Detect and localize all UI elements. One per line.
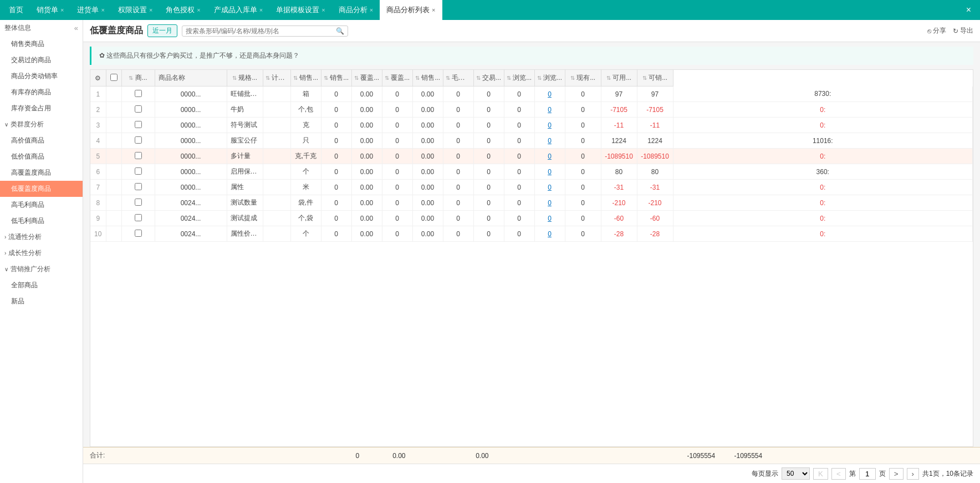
- close-icon[interactable]: ×: [101, 7, 104, 13]
- sidebar-item-low-profit[interactable]: 低毛利商品: [0, 213, 83, 229]
- time-filter-button[interactable]: 近一月: [147, 24, 177, 37]
- trade-column-header[interactable]: ⇅ 交易...: [473, 70, 504, 87]
- sku-column-header[interactable]: ⇅ 商...: [121, 70, 155, 87]
- browse1-cell[interactable]: 0: [534, 149, 565, 164]
- last-page-button[interactable]: ›: [907, 468, 919, 480]
- browse1-column-header[interactable]: ⇅ 浏览...: [504, 70, 534, 87]
- close-icon[interactable]: ×: [60, 7, 64, 13]
- name-column-header[interactable]: 商品名称: [155, 70, 227, 87]
- checkbox-cell[interactable]: [121, 102, 155, 118]
- browse1-cell[interactable]: 0: [534, 102, 565, 118]
- sidebar-collapse-button[interactable]: «: [74, 24, 78, 32]
- per-page-select[interactable]: 50 20 100: [782, 467, 810, 480]
- browse1-cell[interactable]: 0: [534, 133, 565, 149]
- sales2-column-header[interactable]: ⇅ 销售...: [412, 70, 443, 87]
- row-checkbox[interactable]: [135, 105, 142, 113]
- row-checkbox[interactable]: [135, 214, 142, 221]
- sidebar-item-sales-goods[interactable]: 销售类商品: [0, 36, 83, 52]
- sidebar-item-high-profit[interactable]: 高毛利商品: [0, 197, 83, 213]
- cov2-column-header[interactable]: ⇅ 覆盖...: [382, 70, 412, 87]
- browse1-cell[interactable]: 0: [534, 164, 565, 180]
- nav-tab-roles[interactable]: 角色授权 ×: [159, 0, 207, 20]
- close-icon[interactable]: ×: [259, 7, 263, 13]
- row-checkbox[interactable]: [135, 121, 142, 128]
- search-input[interactable]: [186, 27, 334, 35]
- export-button[interactable]: ↻ 导出: [953, 26, 973, 35]
- checkbox-cell[interactable]: [121, 118, 155, 133]
- checkbox-cell[interactable]: [121, 195, 155, 211]
- sales2-cell: 0: [443, 118, 473, 133]
- row-checkbox[interactable]: [135, 230, 142, 237]
- checkbox-cell[interactable]: [121, 226, 155, 242]
- sidebar-item-high-coverage[interactable]: 高覆盖度商品: [0, 165, 83, 181]
- stock2-column-header[interactable]: ⇅ 可用...: [601, 70, 637, 87]
- row-checkbox[interactable]: [135, 167, 142, 175]
- close-icon[interactable]: ×: [197, 7, 200, 13]
- window-close-button[interactable]: ×: [959, 5, 978, 15]
- sidebar-item-category-rate[interactable]: 商品分类动销率: [0, 68, 83, 84]
- close-icon[interactable]: ×: [321, 7, 325, 13]
- nav-tab-permissions[interactable]: 权限设置 ×: [111, 0, 159, 20]
- close-icon[interactable]: ×: [370, 7, 373, 13]
- share-button[interactable]: ⎋ 分享: [927, 26, 946, 35]
- stock3-column-header[interactable]: ⇅ 可销...: [637, 70, 673, 87]
- browse1-cell[interactable]: 0: [534, 226, 565, 242]
- sidebar-item-low-coverage[interactable]: 低覆盖度商品: [0, 181, 83, 197]
- nav-tab-inventory[interactable]: 产成品入库单 ×: [207, 0, 269, 20]
- nav-tab-sales[interactable]: 销货单 ×: [30, 0, 70, 20]
- nav-tab-analysis[interactable]: 商品分析 ×: [332, 0, 380, 20]
- data-table-container[interactable]: ⚙ ⇅ 商... 商品名称 ⇅ 规格... ⇅ 计量... ⇅ 销售... ⇅ …: [90, 69, 973, 447]
- checkbox-cell[interactable]: [121, 149, 155, 164]
- row-checkbox[interactable]: [135, 199, 142, 206]
- prev-page-button[interactable]: <: [831, 468, 846, 480]
- unit-column-header[interactable]: ⇅ 计量...: [263, 70, 290, 87]
- settings-column-header[interactable]: ⚙: [90, 70, 106, 87]
- sidebar-section-flow[interactable]: › 流通性分析: [0, 229, 83, 245]
- row-checkbox[interactable]: [135, 90, 142, 97]
- page-number-input[interactable]: [859, 468, 876, 480]
- nav-tab-home[interactable]: 首页: [2, 0, 30, 20]
- stock1-column-header[interactable]: ⇅ 现有...: [565, 70, 601, 87]
- browse1-cell[interactable]: 0: [534, 118, 565, 133]
- close-icon[interactable]: ×: [432, 7, 435, 13]
- browse1-cell[interactable]: 0: [534, 87, 565, 102]
- checkbox-column-header[interactable]: [106, 70, 121, 87]
- row-checkbox[interactable]: [135, 183, 142, 190]
- row-checkbox[interactable]: [135, 136, 142, 144]
- next-page-button[interactable]: >: [889, 468, 904, 480]
- row-checkbox[interactable]: [135, 152, 142, 159]
- sidebar-section-growth[interactable]: › 成长性分析: [0, 245, 83, 261]
- sidebar-item-stocked-goods[interactable]: 有库存的商品: [0, 84, 83, 100]
- browse1-cell[interactable]: 0: [534, 211, 565, 226]
- nav-tab-template[interactable]: 单据模板设置 ×: [269, 0, 331, 20]
- select-all-checkbox[interactable]: [110, 74, 118, 81]
- nav-tab-analysis-list[interactable]: 商品分析列表 ×: [380, 0, 442, 20]
- sidebar-item-low-value[interactable]: 低价值商品: [0, 149, 83, 165]
- sales-amt-column-header[interactable]: ⇅ 销售...: [321, 70, 351, 87]
- sidebar-section-tier[interactable]: ∨ 类群度分析: [0, 116, 83, 133]
- nav-tab-purchase[interactable]: 进货单 ×: [70, 0, 111, 20]
- checkbox-cell[interactable]: [121, 180, 155, 195]
- first-page-button[interactable]: K: [813, 468, 828, 480]
- sidebar-item-high-value[interactable]: 高价值商品: [0, 133, 83, 149]
- sales-qty-column-header[interactable]: ⇅ 销售...: [290, 70, 321, 87]
- checkbox-cell[interactable]: [121, 133, 155, 149]
- browse2-column-header[interactable]: ⇅ 浏览...: [534, 70, 565, 87]
- gpm-column-header[interactable]: ⇅ 毛利率: [443, 70, 473, 87]
- sidebar-section-marketing[interactable]: ∨ 营销推广分析: [0, 261, 83, 277]
- close-icon[interactable]: ×: [149, 7, 152, 13]
- checkbox-cell[interactable]: [121, 211, 155, 226]
- sidebar-item-new-goods[interactable]: 新品: [0, 293, 83, 309]
- checkbox-cell[interactable]: [121, 164, 155, 180]
- table-row: 7 0000... 属性 米 0 0.00 0 0.00 0 0 0 0 0 -…: [90, 180, 973, 195]
- spec-column-header[interactable]: ⇅ 规格...: [227, 70, 263, 87]
- browse1-cell[interactable]: 0: [534, 180, 565, 195]
- stock2-cell: -11: [637, 118, 673, 133]
- checkbox-cell[interactable]: [121, 87, 155, 102]
- sidebar-item-capital[interactable]: 库存资金占用: [0, 100, 83, 116]
- search-icon[interactable]: 🔍: [336, 27, 344, 35]
- browse1-cell[interactable]: 0: [534, 195, 565, 211]
- sidebar-item-all-goods[interactable]: 全部商品: [0, 277, 83, 293]
- sidebar-item-traded-goods[interactable]: 交易过的商品: [0, 52, 83, 68]
- cov1-column-header[interactable]: ⇅ 覆盖...: [351, 70, 382, 87]
